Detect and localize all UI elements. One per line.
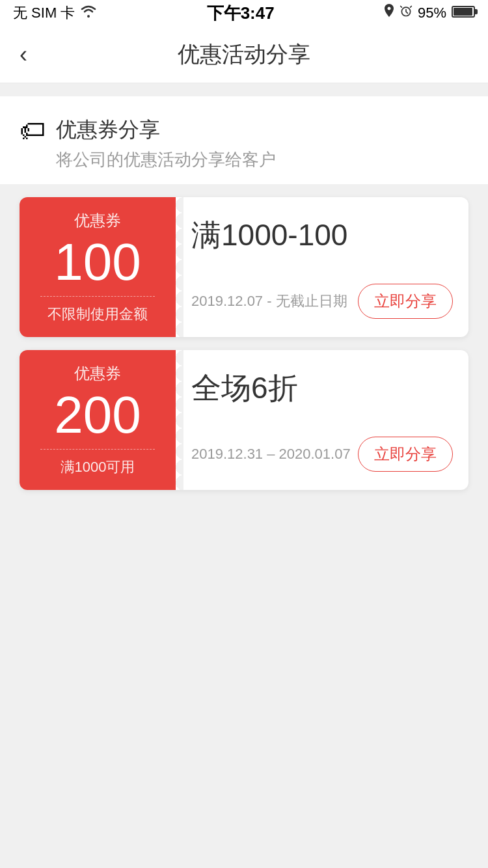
section-header: 🏷 优惠券分享 将公司的优惠活动分享给客户: [0, 96, 488, 184]
share-button-2[interactable]: 立即分享: [358, 437, 453, 472]
status-time: 下午3:47: [207, 2, 275, 25]
coupon-title-2: 全场6折: [191, 368, 453, 409]
coupon-amount-1: 100: [54, 236, 141, 288]
coupon-list: 优惠券 100 不限制使用金额 满1000-100 2019.12.07 - 无…: [0, 184, 488, 503]
coupon-date-2: 2019.12.31 – 2020.01.07: [191, 446, 351, 463]
status-bar: 无 SIM 卡 下午3:47 95%: [0, 0, 488, 26]
section-title: 优惠券分享: [56, 116, 276, 144]
back-button[interactable]: ‹: [20, 41, 27, 68]
coupon-condition-1: 不限制使用金额: [47, 305, 148, 324]
coupon-left-1: 优惠券 100 不限制使用金额: [20, 197, 176, 337]
battery-percent: 95%: [418, 5, 446, 21]
alarm-icon: [400, 4, 413, 22]
status-right: 95%: [384, 4, 475, 22]
coupon-share-icon: 🏷: [20, 117, 46, 143]
coupon-meta-2: 2019.12.31 – 2020.01.07 立即分享: [191, 437, 453, 472]
share-button-1[interactable]: 立即分享: [358, 284, 453, 319]
coupon-divider-2: [40, 449, 155, 450]
coupon-title-1: 满1000-100: [191, 215, 453, 256]
coupon-date-1: 2019.12.07 - 无截止日期: [191, 292, 347, 311]
coupon-label-1: 优惠券: [74, 210, 121, 231]
coupon-label-2: 优惠券: [74, 363, 121, 384]
battery-icon: [452, 5, 475, 21]
coupon-amount-2: 200: [54, 389, 141, 441]
location-icon: [384, 4, 394, 22]
coupon-right-1: 满1000-100 2019.12.07 - 无截止日期 立即分享: [176, 197, 468, 337]
coupon-meta-1: 2019.12.07 - 无截止日期 立即分享: [191, 284, 453, 319]
nav-bar: ‹ 优惠活动分享: [0, 26, 488, 83]
coupon-right-2: 全场6折 2019.12.31 – 2020.01.07 立即分享: [176, 350, 468, 490]
coupon-condition-2: 满1000可用: [61, 457, 135, 477]
section-subtitle: 将公司的优惠活动分享给客户: [56, 148, 276, 171]
section-text: 优惠券分享 将公司的优惠活动分享给客户: [56, 116, 276, 171]
status-left: 无 SIM 卡: [13, 3, 97, 23]
coupon-card-2: 优惠券 200 满1000可用 全场6折 2019.12.31 – 2020.0…: [20, 350, 468, 490]
coupon-divider-1: [40, 296, 155, 297]
wifi-icon: [80, 5, 97, 21]
coupon-card-1: 优惠券 100 不限制使用金额 满1000-100 2019.12.07 - 无…: [20, 197, 468, 337]
sim-label: 无 SIM 卡: [13, 3, 75, 23]
page-title: 优惠活动分享: [178, 40, 310, 70]
coupon-left-2: 优惠券 200 满1000可用: [20, 350, 176, 490]
